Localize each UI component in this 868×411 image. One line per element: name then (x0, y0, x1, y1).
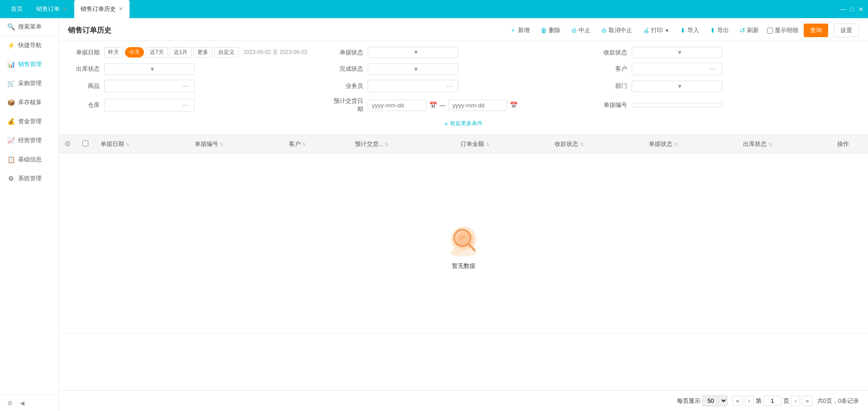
sidebar-search[interactable]: 🔍 搜索菜单 (0, 18, 58, 36)
top-bar: 首页 销售订单 ✕ 销售订单历史 ✕ — □ ✕ (0, 0, 868, 18)
toolbar: ＋ 新增 🗑 删除 ⊘ 中止 ⊘ 取消中止 🖨 打印 (507, 24, 859, 37)
date-btn-more[interactable]: 更多 (193, 47, 212, 58)
import-button[interactable]: ⬇ 导入 (677, 24, 702, 36)
collect-status-select[interactable]: ▼ (632, 47, 722, 58)
complete-status-arrow: ▼ (413, 66, 454, 73)
add-label: 新增 (518, 26, 530, 34)
date-separator: — (440, 102, 446, 109)
add-button[interactable]: ＋ 新增 (507, 24, 532, 36)
export-button[interactable]: ⬆ 导出 (707, 24, 732, 36)
expected-date-to-icon[interactable]: 📅 (510, 102, 518, 109)
warehouse-input[interactable]: ··· (104, 99, 195, 111)
salesman-input[interactable]: ··· (368, 80, 458, 92)
sidebar-item-system[interactable]: ⚙ 系统管理 (0, 169, 58, 188)
sidebar-item-sales[interactable]: 📊 销售管理 (0, 55, 58, 74)
warehouse-ellipsis[interactable]: ··· (181, 101, 191, 109)
goods-input[interactable]: ··· (104, 80, 195, 92)
th-date-label: 单据日期 (101, 140, 124, 147)
th-out-status-sort[interactable]: ⇅ (768, 142, 772, 147)
th-out-status-label: 出库状态 (743, 140, 767, 147)
th-out-status: 出库状态 ⇅ (738, 135, 832, 153)
window-maximize[interactable]: □ (850, 6, 854, 13)
goods-ellipsis[interactable]: ··· (181, 82, 191, 90)
date-btn-today[interactable]: 今天 (125, 47, 144, 58)
purchase-icon: 🛒 (7, 80, 14, 87)
dept-select[interactable]: ▼ (632, 81, 722, 92)
display-detail-input[interactable] (767, 28, 773, 34)
out-status-control: ▼ (104, 63, 331, 75)
bill-no-input[interactable] (632, 103, 722, 107)
pagination: 每页显示 50 10 20 100 « ‹ 第 页 › » 共0页，0条记录 (59, 390, 868, 411)
out-status-select[interactable]: ▼ (104, 63, 195, 75)
th-bill-status-label: 单据状态 (649, 140, 672, 147)
settings-button[interactable]: 设置 (834, 24, 859, 37)
sidebar-settings-icon[interactable]: ⚙ (7, 400, 13, 406)
out-status-arrow: ▼ (149, 66, 191, 73)
inventory-icon: 📦 (7, 99, 14, 106)
salesman-label: 业务员 (331, 82, 368, 90)
collect-status-label: 收款状态 (595, 48, 632, 57)
cancel-stop-button[interactable]: ⊘ 取消中止 (599, 24, 635, 36)
salesman-control: ··· (368, 80, 595, 92)
collapse-button[interactable]: ∧ 收起更多条件 (68, 118, 859, 129)
date-btn-1month[interactable]: 近1月 (170, 47, 192, 58)
stop-button[interactable]: ⊘ 中止 (569, 24, 593, 36)
table-settings-icon[interactable]: ⚙ (64, 140, 71, 148)
tab-home[interactable]: 首页 (5, 0, 29, 18)
sidebar-item-basic-info[interactable]: 📋 基础信息 (0, 150, 58, 169)
bill-status-select[interactable]: ▼ (368, 47, 458, 58)
filter-row-4: 仓库 ··· 预计交货日期 📅 — 📅 (68, 97, 859, 113)
display-detail-checkbox[interactable]: 显示明细 (767, 26, 798, 34)
th-no-sort[interactable]: ⇅ (220, 142, 223, 147)
th-bill-status-sort[interactable]: ⇅ (674, 142, 678, 147)
date-btn-yesterday[interactable]: 昨天 (104, 47, 123, 58)
delete-button[interactable]: 🗑 删除 (538, 24, 563, 36)
tab-sales-order-history-close[interactable]: ✕ (119, 6, 123, 12)
sidebar-collapse-icon[interactable]: ◀ (20, 400, 24, 406)
prev-page-btn[interactable]: ‹ (745, 396, 754, 406)
export-label: 导出 (717, 26, 729, 34)
page-input[interactable] (763, 396, 782, 406)
query-button[interactable]: 查询 (804, 24, 828, 37)
goods-control: ··· (104, 80, 331, 92)
first-page-btn[interactable]: « (732, 396, 743, 406)
refresh-button[interactable]: ↺ 刷新 (737, 24, 762, 36)
next-page-btn[interactable]: › (791, 396, 800, 406)
per-page-select[interactable]: 50 10 20 100 (702, 395, 728, 406)
tab-sales-order-close[interactable]: ✕ (62, 6, 67, 12)
sidebar-item-quicknav[interactable]: ⚡ 快捷导航 (0, 36, 58, 55)
date-btn-custom[interactable]: 自定义 (214, 47, 239, 58)
expected-date-to[interactable] (448, 100, 507, 111)
warehouse-control: ··· (104, 99, 331, 111)
salesman-ellipsis[interactable]: ··· (445, 82, 454, 90)
th-customer-sort[interactable]: ⇅ (302, 142, 306, 147)
window-close[interactable]: ✕ (858, 6, 863, 13)
customer-input[interactable]: ··· (632, 63, 722, 75)
bill-status-control: ▼ (368, 47, 595, 58)
complete-status-select[interactable]: ▼ (368, 63, 458, 75)
empty-text: 暂无数据 (452, 262, 475, 270)
tab-sales-order-history[interactable]: 销售订单历史 ✕ (74, 0, 129, 18)
sidebar-item-inventory[interactable]: 📦 库存核算 (0, 93, 58, 112)
th-date-sort[interactable]: ⇅ (126, 142, 129, 147)
finance-icon: 💰 (7, 118, 14, 125)
th-expected-date-sort[interactable]: ⇅ (385, 142, 388, 147)
th-collect-status-sort[interactable]: ⇅ (580, 142, 584, 147)
sidebar-item-finance[interactable]: 💰 资金管理 (0, 112, 58, 131)
expected-date-from[interactable] (368, 100, 427, 111)
th-amount-sort[interactable]: ⇅ (486, 142, 489, 147)
date-btn-7days[interactable]: 近7天 (146, 47, 168, 58)
last-page-btn[interactable]: » (802, 396, 812, 406)
expected-date-from-icon[interactable]: 📅 (429, 102, 437, 109)
th-date: 单据日期 ⇅ (95, 135, 189, 153)
bill-status-arrow: ▼ (413, 49, 454, 56)
window-minimize[interactable]: — (840, 6, 846, 13)
print-button[interactable]: 🖨 打印 ▼ (640, 24, 672, 36)
sidebar-item-purchase[interactable]: 🛒 采购管理 (0, 74, 58, 93)
sidebar-item-operations[interactable]: 📈 经营管理 (0, 131, 58, 150)
tab-sales-order[interactable]: 销售订单 ✕ (30, 0, 73, 18)
out-status-label: 出库状态 (68, 65, 104, 73)
select-all-checkbox[interactable] (82, 140, 88, 146)
delete-icon: 🗑 (541, 27, 547, 34)
customer-ellipsis[interactable]: ··· (708, 65, 718, 73)
